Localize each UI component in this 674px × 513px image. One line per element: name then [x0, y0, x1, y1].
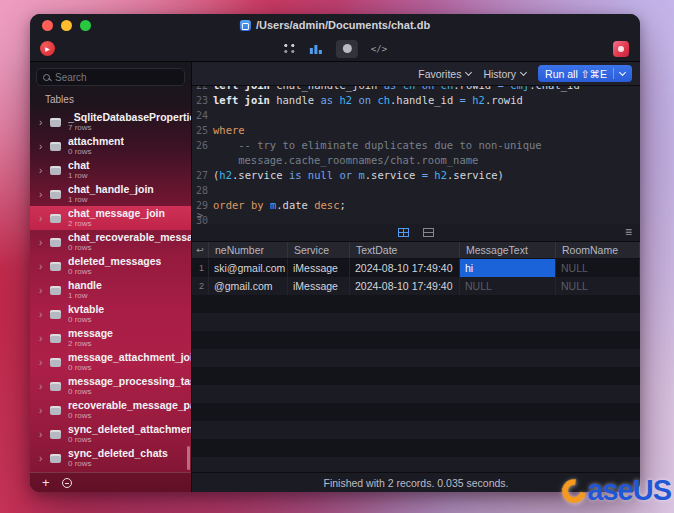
console-toggle-button[interactable] — [336, 40, 358, 58]
sidebar: Tables ›_SqliteDatabasePropertie7 rows›a… — [30, 62, 192, 492]
line-code[interactable]: order by m.date desc; — [213, 198, 640, 213]
disclosure-chevron-icon[interactable]: › — [39, 453, 50, 464]
disclosure-chevron-icon[interactable]: › — [39, 429, 50, 440]
history-dropdown[interactable]: History — [483, 68, 526, 80]
line-code[interactable] — [213, 108, 640, 123]
disclosure-chevron-icon[interactable]: › — [39, 165, 50, 176]
column-header-MessageText[interactable]: MessageText — [460, 242, 556, 258]
grid-cell[interactable]: 2024-08-10 17:49:40 — [350, 277, 460, 295]
table-name: sync_deleted_chats — [68, 448, 168, 459]
license-icon[interactable] — [613, 41, 629, 57]
grid-view-icon[interactable] — [398, 228, 409, 237]
disclosure-chevron-icon[interactable]: › — [39, 141, 50, 152]
grid-cell[interactable]: NULL — [556, 259, 640, 277]
sidebar-item-message_processing_tas[interactable]: ›message_processing_tas0 rows — [30, 374, 191, 398]
line-number: 22 — [192, 86, 213, 93]
line-number: 28 — [192, 183, 213, 198]
code-view-icon[interactable]: </> — [371, 44, 387, 54]
disclosure-chevron-icon[interactable]: › — [39, 189, 50, 200]
grid-cell[interactable]: 2024-08-10 17:49:40 — [350, 259, 460, 277]
editor-line: 30 — [192, 213, 640, 224]
sidebar-scrollbar[interactable] — [187, 446, 190, 470]
table-icon — [50, 262, 61, 271]
sidebar-item-chat[interactable]: ›chat1 row — [30, 158, 191, 182]
line-code[interactable]: left join chat_handle_join as ch on ch.r… — [213, 86, 640, 93]
structure-icon[interactable] — [283, 43, 296, 54]
table-meta: message_attachment_joi0 rows — [68, 352, 191, 373]
add-table-button[interactable]: + — [42, 476, 50, 489]
disclosure-chevron-icon[interactable]: › — [39, 213, 50, 224]
column-header-TextDate[interactable]: TextDate — [350, 242, 460, 258]
disclosure-chevron-icon[interactable]: › — [39, 405, 50, 416]
titlebar[interactable]: /Users/admin/Documents/chat.db — [30, 14, 640, 36]
minimize-window-button[interactable] — [61, 20, 72, 31]
sidebar-item-deleted_messages[interactable]: ›deleted_messages0 rows — [30, 254, 191, 278]
run-all-button[interactable]: Run all ⇧⌘E — [538, 65, 632, 82]
disclosure-chevron-icon[interactable]: › — [39, 357, 50, 368]
chart-icon[interactable] — [309, 43, 323, 55]
sidebar-item-attachment[interactable]: ›attachment0 rows — [30, 134, 191, 158]
disclosure-chevron-icon[interactable]: › — [39, 117, 50, 128]
sql-token: .handle_id — [390, 94, 460, 106]
grid-cell[interactable]: NULL — [556, 277, 640, 295]
disclosure-chevron-icon[interactable]: › — [39, 381, 50, 392]
connection-status-icon[interactable]: ▶ — [40, 41, 55, 56]
sidebar-item-_SqliteDatabasePropertie[interactable]: ›_SqliteDatabasePropertie7 rows — [30, 110, 191, 134]
sidebar-search[interactable] — [36, 68, 185, 86]
line-code[interactable]: left join handle as h2 on ch.handle_id =… — [213, 93, 640, 108]
table-icon — [50, 166, 61, 175]
sidebar-item-message[interactable]: ›message2 rows — [30, 326, 191, 350]
disclosure-chevron-icon[interactable]: › — [39, 309, 50, 320]
sidebar-item-recoverable_message_pa[interactable]: ›recoverable_message_pa0 rows — [30, 398, 191, 422]
close-window-button[interactable] — [42, 20, 53, 31]
sql-editor[interactable]: 22left join chat_handle_join as ch on ch… — [192, 86, 640, 224]
grid-cell[interactable]: NULL — [460, 277, 556, 295]
grid-cell[interactable]: hi — [460, 259, 556, 277]
line-number: 24 — [192, 108, 213, 123]
grid-cell[interactable]: iMessage — [288, 277, 350, 295]
sql-token: = — [460, 94, 473, 106]
table-name: kvtable — [68, 304, 104, 315]
sidebar-item-chat_handle_join[interactable]: ›chat_handle_join1 row — [30, 182, 191, 206]
sql-token: = — [498, 86, 511, 91]
sidebar-item-sync_deleted_chats[interactable]: ›sync_deleted_chats0 rows — [30, 446, 191, 470]
grid-cell[interactable]: ski@gmail.com — [209, 259, 288, 277]
remove-table-button[interactable] — [62, 478, 72, 488]
table-name: message_processing_tas — [68, 376, 191, 387]
sidebar-item-handle[interactable]: ›handle1 row — [30, 278, 191, 302]
table-name: chat_message_join — [68, 208, 165, 219]
disclosure-chevron-icon[interactable]: › — [39, 237, 50, 248]
column-header-RoomName[interactable]: RoomName — [556, 242, 640, 258]
disclosure-chevron-icon[interactable]: › — [39, 285, 50, 296]
disclosure-chevron-icon[interactable]: › — [39, 261, 50, 272]
results-menu-icon[interactable]: ≡ — [625, 225, 632, 239]
sidebar-item-message_attachment_joi[interactable]: ›message_attachment_joi0 rows — [30, 350, 191, 374]
line-code[interactable]: (h2.service is null or m.service = h2.se… — [213, 168, 640, 183]
line-number: 23 — [192, 93, 213, 108]
sidebar-item-chat_recoverable_messa[interactable]: ›chat_recoverable_messa0 rows — [30, 230, 191, 254]
empty-row — [192, 349, 640, 367]
sql-token: -- try to eliminate duplicates due to no… — [238, 139, 548, 166]
search-input[interactable] — [55, 72, 178, 83]
line-code[interactable] — [213, 213, 640, 224]
favorites-dropdown[interactable]: Favorites — [418, 68, 471, 80]
sidebar-item-chat_message_join[interactable]: ›chat_message_join2 rows — [30, 206, 191, 230]
table-row-count: 0 rows — [68, 243, 191, 253]
disclosure-chevron-icon[interactable]: › — [39, 333, 50, 344]
table-name: handle — [68, 280, 102, 291]
form-view-icon[interactable] — [423, 228, 434, 237]
column-header-Service[interactable]: Service — [288, 242, 350, 258]
line-code[interactable]: where — [213, 123, 640, 138]
grid-cell[interactable]: iMessage — [288, 259, 350, 277]
table-row-count: 1 row — [68, 195, 154, 205]
sidebar-item-kvtable[interactable]: ›kvtable0 rows — [30, 302, 191, 326]
table-row[interactable]: 1ski@gmail.comiMessage2024-08-10 17:49:4… — [192, 259, 640, 277]
line-code[interactable]: -- try to eliminate duplicates due to no… — [213, 138, 640, 168]
line-code[interactable] — [213, 183, 640, 198]
column-header-neNumber[interactable]: neNumber — [209, 242, 288, 258]
editor-prompt: > — [197, 208, 203, 223]
table-row[interactable]: 2@gmail.comiMessage2024-08-10 17:49:40NU… — [192, 277, 640, 295]
grid-cell[interactable]: @gmail.com — [209, 277, 288, 295]
sidebar-item-sync_deleted_attachmen[interactable]: ›sync_deleted_attachmen0 rows — [30, 422, 191, 446]
zoom-window-button[interactable] — [80, 20, 91, 31]
